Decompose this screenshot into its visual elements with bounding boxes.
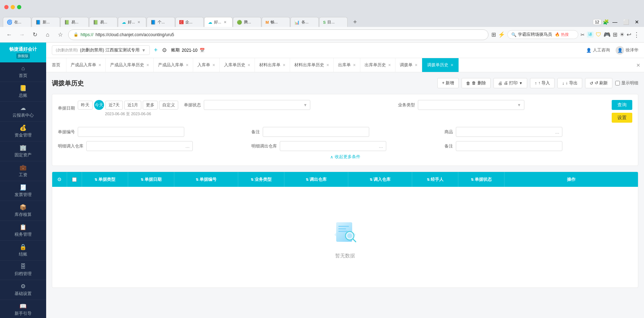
new-tab-btn[interactable]: + <box>349 17 361 27</box>
th-date[interactable]: ⇅ 单据日期 <box>128 172 174 187</box>
browser-tab-10[interactable]: 📊 各... <box>290 17 319 27</box>
goods-input[interactable]: ... <box>456 127 562 137</box>
import-btn[interactable]: ↑ ↑ 导入 <box>530 78 555 88</box>
grid-icon[interactable]: ⊞ <box>491 31 496 38</box>
sidebar-item-guide[interactable]: 📖 新手引导 <box>0 300 46 318</box>
add-btn[interactable]: + 新增 <box>437 78 459 88</box>
detail-in-input[interactable]: ... <box>86 141 193 151</box>
tab-stock-in-hist-close[interactable]: ✕ <box>247 63 250 67</box>
th-settings[interactable]: ⚙ <box>52 172 67 187</box>
reload-btn[interactable]: ↻ <box>30 30 40 40</box>
tab-home[interactable]: 首页 <box>46 58 66 72</box>
tab-out-hist-close[interactable]: ✕ <box>388 63 391 67</box>
url-bar[interactable]: 🔒 https:// https://cloud.chanjet.com/acc… <box>68 29 489 40</box>
maximize-btn[interactable]: ⬜ <box>621 18 631 26</box>
forward-btn[interactable]: → <box>17 30 27 40</box>
browser-tab-7[interactable]: 🅲 企... <box>175 17 204 27</box>
delete-btn[interactable]: 🗑 🗑 删除 <box>462 78 490 88</box>
close-window-btn[interactable]: ✕ <box>633 18 641 26</box>
company-selector[interactable]: (勿删勿禁用) (勿删勿禁用) 江西服宝测试专用 ▼ <box>52 45 150 55</box>
sidebar-item-ledger[interactable]: 📒 总账 <box>0 82 46 102</box>
date-week-btn[interactable]: 近7天 <box>105 101 123 110</box>
th-biz[interactable]: ⇅ 业务类型 <box>238 172 284 187</box>
select-all-checkbox[interactable] <box>72 177 77 182</box>
tab-product-in2-close[interactable]: ✕ <box>186 63 189 67</box>
tab-close-active[interactable]: ✕ <box>224 20 227 24</box>
query-btn[interactable]: 查询 <box>612 100 632 110</box>
browser-tab-active[interactable]: ☁ 好... ✕ <box>204 17 233 27</box>
tab-product-in[interactable]: 产成品入库单 ✕ <box>66 58 106 72</box>
th-status[interactable]: ⇅ 单据状态 <box>458 172 504 187</box>
tab-mat-out-hist[interactable]: 材料出库单历史 ✕ <box>290 58 334 72</box>
tab-mat-out[interactable]: 材料出库单 ✕ <box>255 58 290 72</box>
tab-transfer[interactable]: 调拨单 ✕ <box>395 58 422 72</box>
date-yesterday-btn[interactable]: 昨天 <box>78 101 93 110</box>
gear-btn[interactable]: ⚙ <box>162 47 167 54</box>
num-input[interactable] <box>78 127 184 137</box>
tab-stock-in-hist[interactable]: 入库单历史 ✕ <box>220 58 255 72</box>
browser-tab-3[interactable]: 📗 易... <box>60 17 89 27</box>
detail-remark-input[interactable] <box>456 141 562 151</box>
sidebar-item-funds[interactable]: 💰 资金管理 <box>0 122 46 141</box>
lightning-icon[interactable]: ⚡ <box>498 31 505 38</box>
collapse-btn[interactable]: ∧ 收起更多条件 <box>58 154 632 160</box>
bookmark-btn[interactable]: ☆ <box>55 30 65 40</box>
display-detail-checkbox[interactable]: 显示明细 <box>615 80 638 86</box>
minimize-btn[interactable]: — <box>610 18 620 26</box>
sidebar-item-assets[interactable]: 🏢 固定资产 <box>0 141 46 161</box>
brightness-icon[interactable]: ☀ <box>620 31 624 38</box>
sidebar-item-settings[interactable]: ⚙ 基础设置 <box>0 280 46 300</box>
menu-icon[interactable]: ⋮ <box>633 31 640 39</box>
add-company-btn[interactable]: + <box>154 46 158 54</box>
game-icon[interactable]: 🎮 <box>604 31 611 38</box>
translate-icon[interactable]: ✂ <box>580 32 585 38</box>
filter-settings-btn[interactable]: 设置 <box>612 113 632 123</box>
biz-select[interactable]: ▼ <box>418 100 524 110</box>
tab-out-close[interactable]: ✕ <box>353 63 356 67</box>
tab-stock-in-close[interactable]: ✕ <box>212 63 215 67</box>
browser-tab-4[interactable]: 📗 易... <box>89 17 118 27</box>
date-today-btn[interactable]: 今天 <box>94 100 104 110</box>
export-btn[interactable]: ↓ ↓ 导出 <box>557 78 582 88</box>
th-checkbox[interactable] <box>67 172 82 187</box>
browser-tab-11[interactable]: S 目... <box>319 17 348 27</box>
sidebar-item-reports[interactable]: ☁ 云报表中心 <box>0 102 46 122</box>
tab-close-5[interactable]: ✕ <box>137 20 140 24</box>
extensions-icon[interactable]: 🧩 <box>603 19 609 25</box>
status-select[interactable]: ▼ <box>204 100 310 110</box>
sidebar-item-tax[interactable]: 📋 税务管理 <box>0 221 46 241</box>
sidebar-item-home[interactable]: ⌂ 首页 <box>0 62 46 82</box>
tab-product-in-close[interactable]: ✕ <box>98 63 101 67</box>
tab-product-in-hist[interactable]: 产成品入库单历史 ✕ <box>106 58 154 72</box>
tab-product-in-hist-close[interactable]: ✕ <box>146 63 149 67</box>
remark-input[interactable] <box>263 127 369 137</box>
date-custom-btn[interactable]: 自定义 <box>159 101 178 110</box>
back-btn[interactable]: ← <box>4 30 14 40</box>
tab-mat-out-hist-close[interactable]: ✕ <box>326 63 329 67</box>
browser-tab-1[interactable]: 🌀 在... <box>3 17 31 27</box>
sidebar-item-inventory[interactable]: 📦 库存核算 <box>0 201 46 221</box>
display-detail-input[interactable] <box>615 81 620 85</box>
date-month-btn[interactable]: 近1月 <box>124 101 142 110</box>
th-type[interactable]: ⇅ 单据类型 <box>82 172 128 187</box>
tab-transfer-hist[interactable]: 调拨单历史 ✕ <box>422 58 459 72</box>
th-num[interactable]: ⇅ 单据编号 <box>174 172 238 187</box>
browser-tab-8[interactable]: 🟢 腾... <box>233 17 261 27</box>
calendar-btn[interactable]: 📅 <box>200 48 205 53</box>
tab-mat-out-close[interactable]: ✕ <box>283 63 285 67</box>
browser-tab-5[interactable]: ☁ 好... ✕ <box>118 17 146 27</box>
tab-out[interactable]: 出库单 ✕ <box>334 58 360 72</box>
browser-tab-9[interactable]: M 畅... <box>262 17 290 27</box>
tab-stock-in[interactable]: 入库单 ✕ <box>193 58 220 72</box>
tab-transfer-close[interactable]: ✕ <box>415 63 417 67</box>
browser-tab-6[interactable]: 📘 个... <box>147 17 175 27</box>
sidebar-item-archive[interactable]: 🗄 归档管理 <box>0 261 46 280</box>
detail-out-input[interactable]: ... <box>280 141 386 151</box>
undo-icon[interactable]: ↩ <box>627 31 631 38</box>
tab-product-in2[interactable]: 产成品入库单 ✕ <box>154 58 193 72</box>
consulting-btn[interactable]: 👤 人工咨询 <box>586 47 610 53</box>
shield-icon[interactable]: 🛡 <box>596 32 601 38</box>
th-handler[interactable]: ⇅ 经手人 <box>412 172 458 187</box>
th-in-wh[interactable]: ⇅ 调入仓库 <box>348 172 412 187</box>
date-more-btn[interactable]: 更多 <box>143 101 158 110</box>
